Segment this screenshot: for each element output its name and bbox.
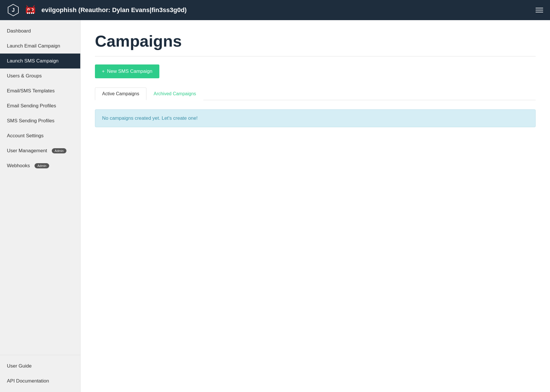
webhooks-badge: Admin bbox=[35, 163, 49, 168]
sidebar-item-label: API Documentation bbox=[7, 378, 49, 384]
hamburger-menu-icon[interactable] bbox=[536, 8, 543, 12]
sidebar-item-label: Users & Groups bbox=[7, 73, 42, 79]
svg-marker-8 bbox=[33, 5, 35, 7]
menu-bar-2 bbox=[536, 10, 543, 10]
sidebar-item-label: User Guide bbox=[7, 363, 32, 369]
svg-rect-13 bbox=[28, 10, 29, 12]
sidebar-item-launch-email-campaign[interactable]: Launch Email Campaign bbox=[0, 39, 80, 54]
sidebar-item-webhooks[interactable]: Webhooks Admin bbox=[0, 158, 80, 173]
sidebar-item-label: Webhooks bbox=[7, 163, 30, 169]
menu-bar-1 bbox=[536, 8, 543, 8]
sidebar-item-sms-sending-profiles[interactable]: SMS Sending Profiles bbox=[0, 113, 80, 128]
svg-rect-15 bbox=[31, 9, 32, 12]
sidebar-item-launch-sms-campaign[interactable]: Launch SMS Campaign bbox=[0, 54, 80, 68]
header-title: evilgophish (Reauthor: Dylan Evans|fin3s… bbox=[41, 6, 187, 14]
menu-bar-3 bbox=[536, 12, 543, 12]
monster-icon bbox=[24, 4, 37, 16]
tab-active-label: Active Campaigns bbox=[102, 91, 139, 96]
title-divider bbox=[95, 56, 536, 56]
sidebar-item-account-settings[interactable]: Account Settings bbox=[0, 128, 80, 143]
tab-archived-campaigns[interactable]: Archived Campaigns bbox=[146, 87, 203, 100]
sidebar-item-email-sending-profiles[interactable]: Email Sending Profiles bbox=[0, 98, 80, 113]
empty-state-message: No campaigns created yet. Let's create o… bbox=[95, 109, 536, 127]
sidebar-item-label: Email Sending Profiles bbox=[7, 103, 56, 109]
sidebar-item-label: Launch Email Campaign bbox=[7, 43, 60, 49]
sidebar-item-label: Email/SMS Templates bbox=[7, 88, 55, 94]
tab-active-campaigns[interactable]: Active Campaigns bbox=[95, 87, 146, 100]
svg-marker-7 bbox=[26, 5, 28, 7]
svg-rect-12 bbox=[33, 12, 34, 14]
sidebar-item-api-documentation[interactable]: API Documentation bbox=[0, 374, 80, 389]
svg-rect-9 bbox=[27, 12, 28, 14]
new-sms-campaign-label: New SMS Campaign bbox=[107, 68, 152, 74]
sidebar-footer: User Guide API Documentation bbox=[0, 355, 80, 392]
sidebar-nav: Dashboard Launch Email Campaign Launch S… bbox=[0, 20, 80, 355]
sidebar-item-label: SMS Sending Profiles bbox=[7, 118, 54, 124]
svg-rect-11 bbox=[31, 12, 32, 14]
sidebar-item-users-groups[interactable]: Users & Groups bbox=[0, 68, 80, 83]
empty-state-text: No campaigns created yet. Let's create o… bbox=[102, 115, 198, 121]
sidebar-item-user-management[interactable]: User Management Admin bbox=[0, 143, 80, 158]
user-management-badge: Admin bbox=[52, 148, 66, 153]
app-header: J evilgophish (Reauthor: Dylan Evans|fin… bbox=[0, 0, 550, 20]
svg-text:J: J bbox=[12, 7, 15, 13]
sidebar-item-email-sms-templates[interactable]: Email/SMS Templates bbox=[0, 83, 80, 98]
svg-rect-14 bbox=[30, 9, 30, 12]
plus-icon: + bbox=[102, 68, 105, 74]
svg-rect-10 bbox=[29, 12, 30, 14]
hex-logo-icon: J bbox=[7, 4, 20, 16]
svg-point-6 bbox=[32, 9, 33, 10]
sidebar-item-dashboard[interactable]: Dashboard bbox=[0, 24, 80, 39]
sidebar-item-label: Launch SMS Campaign bbox=[7, 58, 59, 64]
header-left: J evilgophish (Reauthor: Dylan Evans|fin… bbox=[7, 4, 187, 16]
sidebar-item-label: Dashboard bbox=[7, 28, 31, 34]
sidebar: Dashboard Launch Email Campaign Launch S… bbox=[0, 20, 81, 392]
tab-archived-label: Archived Campaigns bbox=[154, 91, 196, 96]
sidebar-item-user-guide[interactable]: User Guide bbox=[0, 359, 80, 374]
campaign-tabs: Active Campaigns Archived Campaigns bbox=[95, 87, 536, 100]
page-title: Campaigns bbox=[95, 32, 536, 50]
new-sms-campaign-button[interactable]: + New SMS Campaign bbox=[95, 64, 159, 78]
main-content: Campaigns + New SMS Campaign Active Camp… bbox=[81, 20, 550, 392]
sidebar-item-label: User Management bbox=[7, 148, 47, 154]
svg-point-5 bbox=[28, 9, 29, 10]
sidebar-item-label: Account Settings bbox=[7, 133, 44, 139]
main-layout: Dashboard Launch Email Campaign Launch S… bbox=[0, 20, 550, 392]
